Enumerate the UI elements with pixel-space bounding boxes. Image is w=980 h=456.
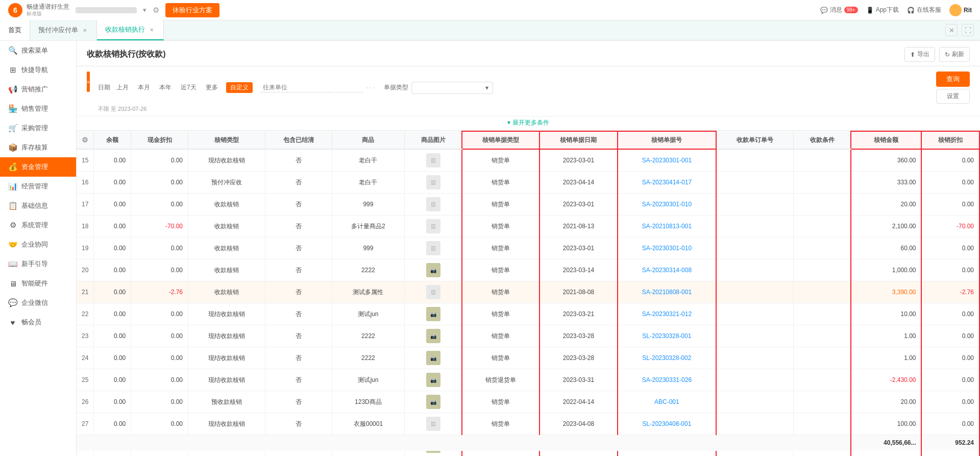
sidebar-item-marketing[interactable]: 📢 营销推广 xyxy=(0,80,76,99)
main-table: ⚙ 余额 现金折扣 核销类型 包含已结清 商品 商品图片 核销单据类型 核销单据… xyxy=(77,131,980,456)
tab-home-label: 首页 xyxy=(8,26,21,35)
table-row: 190.000.00收款核销否999🖼销货单2023-03-01SA-20230… xyxy=(77,237,979,259)
sidebar-item-member[interactable]: ♥ 畅会员 xyxy=(0,313,76,332)
tab-bar-actions: ✕ ⛶ xyxy=(945,24,980,36)
col-cash-discount: 现金折扣 xyxy=(131,131,188,149)
top-bar-left: 6 畅捷通谱好生意 标准版 ▾ ⚙ 休验行业方案 xyxy=(8,3,219,17)
notification-label: 消息 xyxy=(830,6,842,14)
tab-bar: 首页 预付冲应付单 ✕ 收款核销执行 ✕ ✕ ⛶ xyxy=(0,20,980,41)
col-verify-bill-no: 核销单据号 xyxy=(618,131,716,149)
layout: 🔍 搜索菜单 ⊞ 快捷导航 📢 营销推广 🏪 销售管理 🛒 采购管理 📦 库存核… xyxy=(0,41,980,456)
sidebar-item-enterprise[interactable]: 🤝 企业协同 xyxy=(0,235,76,254)
sidebar-item-smart[interactable]: 🖥 智能硬件 xyxy=(0,274,76,293)
sidebar-item-finance-label: 资金管理 xyxy=(21,162,48,172)
shortcut-this-year[interactable]: 本年 xyxy=(156,82,175,93)
tab-home[interactable]: 首页 xyxy=(0,20,30,40)
sidebar-item-sales[interactable]: 🏪 销售管理 xyxy=(0,99,76,118)
table-row: 260.000.00预收款核销否123D商品📷销货单2022-04-14ABC-… xyxy=(77,391,979,413)
col-verify-type: 核销类型 xyxy=(188,131,265,149)
sidebar-item-nav-label: 快捷导航 xyxy=(21,65,48,75)
table-row: 220.000.00现结收款核销否测试jun📷销货单2023-03-21SA-2… xyxy=(77,303,979,325)
sidebar-item-guide[interactable]: 📖 新手引导 xyxy=(0,254,76,274)
table-row: 210.00-2.76收款核销否测试多属性🖼销货单2021-08-08SA-20… xyxy=(77,281,979,303)
gear-icon[interactable]: ⚙ xyxy=(153,6,159,15)
shortcut-this-month[interactable]: 本月 xyxy=(135,82,153,93)
user-area[interactable]: Rit xyxy=(949,4,972,16)
date-label: 日期 xyxy=(98,83,110,92)
shortcut-7days[interactable]: 近7天 xyxy=(178,82,200,93)
expand-conditions[interactable]: ▾ 展开更多条件 xyxy=(77,116,980,130)
table-row: 250.000.00现结收款核销否测试jun📷销货退货单2023-03-31SA… xyxy=(77,369,979,391)
bill-no-link[interactable]: SA-20210813-001 xyxy=(642,223,692,230)
bill-no-link[interactable]: SA-20230331-026 xyxy=(642,376,692,383)
sidebar-item-nav[interactable]: ⊞ 快捷导航 xyxy=(0,60,76,80)
table-row: 150.000.00现结收款核销否老白干🖼销货单2023-03-01SA-202… xyxy=(77,149,979,172)
finance-icon: 💰 xyxy=(8,162,17,172)
search-icon: 🔍 xyxy=(8,46,17,55)
table-row: 170.000.00收款核销否999🖼销货单2023-03-01SA-20230… xyxy=(77,194,979,215)
sidebar-item-purchase[interactable]: 🛒 采购管理 xyxy=(0,118,76,138)
col-include-settled: 包含已结清 xyxy=(265,131,332,149)
basic-icon: 📋 xyxy=(8,201,17,210)
sidebar-item-inventory[interactable]: 📦 库存核算 xyxy=(0,138,76,157)
export-btn[interactable]: ⬆ 导出 xyxy=(904,47,935,62)
query-btn[interactable]: 查询 xyxy=(936,71,970,87)
online-service-item[interactable]: 🎧 在线客服 xyxy=(907,6,941,14)
shortcut-last-month[interactable]: 上月 xyxy=(113,82,132,93)
shortcut-more[interactable]: 更多 xyxy=(203,82,221,93)
bill-no-link[interactable]: SA-20230301-010 xyxy=(642,245,692,252)
refresh-btn[interactable]: ↻ 刷新 xyxy=(939,47,970,62)
bill-no-link[interactable]: SA-20230301-001 xyxy=(642,157,692,164)
tab-advance-close[interactable]: ✕ xyxy=(81,27,88,34)
bill-no-link[interactable]: SL-20230408-001 xyxy=(642,420,691,427)
bill-no-link[interactable]: SA-20230314-008 xyxy=(642,267,692,274)
date-range-text: 不限 至 2023-07-26 xyxy=(98,106,146,112)
industry-solution-btn[interactable]: 休验行业方案 xyxy=(165,3,219,17)
app-download-item[interactable]: 📱 App下载 xyxy=(866,6,899,14)
sales-icon: 🏪 xyxy=(8,104,17,113)
bill-type-filter: 单据类型 ▾ xyxy=(384,82,493,94)
sidebar-item-operations[interactable]: 📊 经营管理 xyxy=(0,177,76,196)
page-title: 收款核销执行(按收款) xyxy=(87,49,166,60)
sidebar-item-marketing-label: 营销推广 xyxy=(21,85,48,94)
tab-receipt[interactable]: 收款核销执行 ✕ xyxy=(97,20,164,40)
sidebar-item-search[interactable]: 🔍 搜索菜单 xyxy=(0,41,76,60)
col-settings[interactable]: ⚙ xyxy=(77,131,94,149)
refresh-label: 刷新 xyxy=(952,50,964,59)
collapse-btn[interactable]: » xyxy=(87,71,90,92)
col-verify-bill-type: 核销单据类型 xyxy=(462,131,540,149)
bill-no-link[interactable]: SA-20230321-012 xyxy=(642,310,692,318)
date-range-display: 不限 至 2023-07-26 xyxy=(98,105,970,113)
app-download-label: App下载 xyxy=(876,6,899,14)
sidebar-item-guide-label: 新手引导 xyxy=(21,259,48,269)
custom-date-btn[interactable]: 自定义 xyxy=(226,82,253,93)
sidebar-item-finance[interactable]: 💰 资金管理 xyxy=(0,157,76,177)
table-settings-btn[interactable]: 设置 xyxy=(936,89,970,104)
blurred-company xyxy=(76,7,137,13)
table-row: 160.000.00预付冲应收否老白干🖼销货单2023-04-14SA-2023… xyxy=(77,172,979,194)
sidebar-item-system[interactable]: ⚙ 系统管理 xyxy=(0,215,76,235)
tab-receipt-close[interactable]: ✕ xyxy=(148,26,155,33)
header-actions: ⬆ 导出 ↻ 刷新 xyxy=(904,47,970,62)
table-body: 150.000.00现结收款核销否老白干🖼销货单2023-03-01SA-202… xyxy=(77,149,979,456)
partner-input[interactable] xyxy=(261,83,363,92)
maximize-tab-btn[interactable]: ⛶ xyxy=(962,24,974,36)
column-settings-icon[interactable]: ⚙ xyxy=(82,136,88,144)
bill-no-link[interactable]: SL-20230328-001 xyxy=(642,332,691,340)
bill-no-link[interactable]: SA-20210808-001 xyxy=(642,289,692,296)
sidebar-item-wechat-label: 企业微信 xyxy=(21,298,48,307)
tab-receipt-label: 收款核销执行 xyxy=(105,25,145,34)
close-tab-btn[interactable]: ✕ xyxy=(945,24,958,36)
service-icon: 🎧 xyxy=(907,7,915,14)
sidebar-item-wechat[interactable]: 💬 企业微信 xyxy=(0,293,76,313)
bill-no-link[interactable]: SA-20230414-017 xyxy=(642,179,692,186)
member-icon: ♥ xyxy=(8,318,17,327)
bill-no-link[interactable]: SL-20230328-002 xyxy=(642,354,691,362)
dropdown-icon[interactable]: ▾ xyxy=(143,6,146,14)
bill-no-link[interactable]: SA-20230301-010 xyxy=(642,201,692,208)
bill-no-link[interactable]: ABC-001 xyxy=(654,398,679,405)
sidebar-item-basic[interactable]: 📋 基础信息 xyxy=(0,196,76,215)
notification-item[interactable]: 💬 消息 99+ xyxy=(820,6,858,14)
tab-advance[interactable]: 预付冲应付单 ✕ xyxy=(30,20,97,40)
bill-type-select[interactable]: ▾ xyxy=(411,82,493,94)
